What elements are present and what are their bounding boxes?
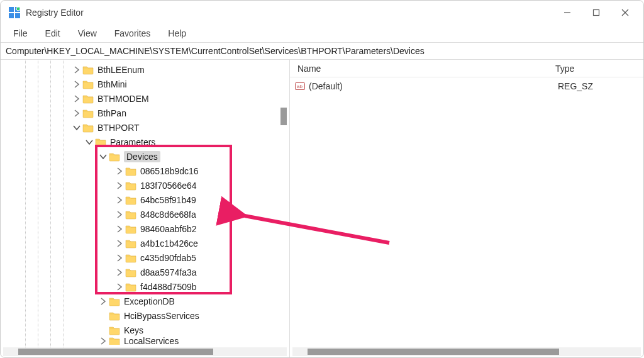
tree-item-device[interactable]: c435d90fdab5 (1, 250, 289, 265)
chevron-right-icon[interactable] (115, 196, 124, 204)
tree-item-label: a4b1c1b426ce (140, 238, 198, 249)
chevron-right-icon[interactable] (115, 181, 124, 190)
tree-item-label: HciBypassServices (124, 311, 199, 321)
close-icon (621, 9, 629, 16)
tree-horizontal-scrollbar[interactable] (3, 347, 287, 356)
address-text: Computer\HKEY_LOCAL_MACHINE\SYSTEM\Curre… (6, 46, 425, 56)
chevron-right-icon[interactable] (115, 282, 124, 291)
chevron-right-icon[interactable] (115, 167, 124, 176)
tree-item-label: 848c8d6e68fa (140, 210, 196, 220)
tree-item-label: BthMini (97, 79, 127, 89)
chevron-down-icon[interactable] (85, 138, 94, 147)
tree-item-bthport[interactable]: BTHPORT (1, 120, 289, 135)
column-type[interactable]: Type (550, 62, 626, 75)
chevron-down-icon[interactable] (72, 123, 81, 132)
close-button[interactable] (611, 3, 640, 23)
folder-icon (125, 166, 136, 176)
chevron-right-icon[interactable] (99, 297, 108, 306)
chevron-right-icon[interactable] (115, 254, 124, 262)
menubar: File Edit View Favorites Help (1, 25, 643, 42)
folder-icon (109, 311, 120, 321)
folder-icon (125, 210, 136, 220)
chevron-right-icon[interactable] (115, 225, 124, 233)
tree-item-device[interactable]: 98460aabf6b2 (1, 221, 289, 236)
tree-item-label: f4d488d7509b (140, 282, 197, 292)
tree-item-bthmodem[interactable]: BTHMODEM (1, 91, 289, 106)
tree-item-device[interactable]: 848c8d6e68fa (1, 207, 289, 221)
tree-item-localservices[interactable]: LocalServices (1, 337, 289, 345)
column-name[interactable]: Name (292, 62, 550, 75)
tree-vertical-scrollbar[interactable] (279, 60, 288, 347)
tree-item-device[interactable]: a4b1c1b426ce (1, 236, 289, 250)
folder-icon (109, 296, 120, 306)
registry-tree[interactable]: BthLEEnumBthMiniBTHMODEMBthPanBTHPORTPar… (1, 62, 289, 345)
tree-item-keys[interactable]: Keys (1, 323, 289, 337)
folder-icon (125, 253, 136, 263)
minimize-button[interactable] (553, 3, 582, 23)
chevron-right-icon[interactable] (115, 210, 124, 219)
values-horizontal-scrollbar[interactable] (292, 347, 641, 356)
menu-help[interactable]: Help (160, 27, 194, 40)
tree-item-device[interactable]: f4d488d7509b (1, 279, 289, 294)
menu-view[interactable]: View (70, 27, 104, 40)
svg-rect-3 (15, 13, 20, 18)
folder-icon (95, 137, 106, 147)
tree-item-label: ExceptionDB (124, 296, 175, 306)
folder-icon (125, 181, 136, 191)
tree-item-bthpan[interactable]: BthPan (1, 106, 289, 120)
tree-item-label: Parameters (110, 137, 155, 147)
tree-item-label: BTHMODEM (97, 94, 149, 104)
tree-item-label: Keys (124, 325, 143, 335)
tree-item-label: 086518b9dc16 (140, 166, 199, 176)
values-pane: Name Type ab (Default) REG_SZ (290, 60, 643, 357)
chevron-right-icon[interactable] (72, 80, 81, 89)
tree-item-device[interactable]: 086518b9dc16 (1, 164, 289, 178)
titlebar: Registry Editor (1, 1, 643, 25)
folder-icon (82, 65, 94, 75)
tree-item-devices[interactable]: Devices (1, 149, 289, 164)
tree-item-device[interactable]: 183f70566e64 (1, 178, 289, 193)
tree-item-bthleenum[interactable]: BthLEEnum (1, 62, 289, 77)
tree-item-bthmini[interactable]: BthMini (1, 77, 289, 91)
tree-item-label: LocalServices (124, 337, 179, 345)
tree-caret-none (99, 326, 108, 335)
value-row[interactable]: ab (Default) REG_SZ (290, 77, 643, 95)
tree-item-label: d8aa5974fa3a (140, 267, 197, 277)
folder-icon (125, 238, 136, 249)
tree-pane: BthLEEnumBthMiniBTHMODEMBthPanBTHPORTPar… (1, 60, 290, 357)
address-bar[interactable]: Computer\HKEY_LOCAL_MACHINE\SYSTEM\Curre… (1, 42, 643, 60)
maximize-button[interactable] (582, 3, 611, 23)
tree-item-label: 64bc58f91b49 (140, 195, 196, 205)
chevron-right-icon[interactable] (72, 109, 81, 118)
folder-icon (125, 282, 136, 292)
chevron-right-icon[interactable] (99, 337, 108, 345)
folder-icon (109, 152, 120, 162)
menu-favorites[interactable]: Favorites (107, 27, 158, 40)
tree-item-exceptiondb[interactable]: ExceptionDB (1, 294, 289, 308)
tree-item-device[interactable]: d8aa5974fa3a (1, 265, 289, 279)
tree-item-device[interactable]: 64bc58f91b49 (1, 193, 289, 207)
svg-text:ab: ab (297, 84, 303, 89)
svg-rect-2 (9, 13, 14, 18)
chevron-right-icon[interactable] (72, 94, 81, 103)
string-value-icon: ab (295, 81, 305, 91)
tree-caret-none (99, 311, 108, 320)
chevron-down-icon[interactable] (99, 152, 108, 161)
menu-edit[interactable]: Edit (38, 27, 68, 40)
menu-file[interactable]: File (6, 27, 35, 40)
tree-item-label: BTHPORT (97, 123, 140, 133)
maximize-icon (592, 9, 600, 16)
tree-item-label: 98460aabf6b2 (140, 224, 197, 234)
tree-item-hcibypass[interactable]: HciBypassServices (1, 308, 289, 323)
tree-item-parameters[interactable]: Parameters (1, 135, 289, 149)
window-title: Registry Editor (26, 8, 84, 18)
folder-icon (82, 123, 94, 133)
chevron-right-icon[interactable] (72, 65, 81, 74)
svg-point-4 (16, 7, 20, 11)
value-type: REG_SZ (553, 80, 628, 92)
folder-icon (82, 79, 94, 89)
chevron-right-icon[interactable] (115, 239, 124, 248)
tree-item-label: Devices (124, 151, 160, 162)
folder-icon (125, 224, 136, 234)
chevron-right-icon[interactable] (115, 268, 124, 277)
